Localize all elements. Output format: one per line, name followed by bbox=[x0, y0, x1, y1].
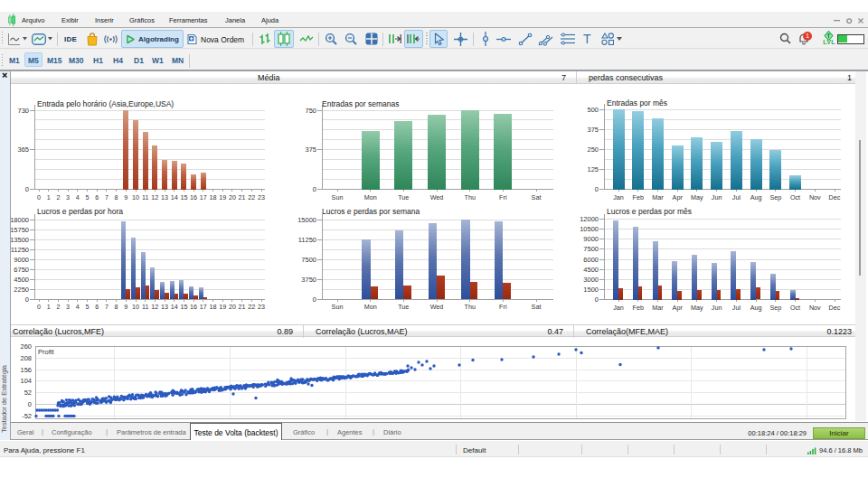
svg-text:Dec: Dec bbox=[829, 304, 841, 312]
svg-text:12000: 12000 bbox=[580, 215, 599, 223]
svg-text:0: 0 bbox=[595, 185, 599, 193]
svg-text:6000: 6000 bbox=[583, 256, 599, 264]
svg-text:Dec: Dec bbox=[829, 193, 841, 201]
svg-text:May: May bbox=[691, 304, 703, 312]
svg-text:0: 0 bbox=[28, 400, 32, 408]
svg-text:Jun: Jun bbox=[712, 304, 722, 312]
svg-text:Entradas por mês: Entradas por mês bbox=[607, 98, 667, 108]
svg-text:Oct: Oct bbox=[790, 304, 800, 312]
svg-text:4500: 4500 bbox=[583, 266, 599, 274]
svg-text:Jun: Jun bbox=[712, 193, 722, 201]
svg-text:125: 125 bbox=[587, 165, 599, 173]
svg-text:Jan: Jan bbox=[613, 193, 624, 201]
svg-text:1500: 1500 bbox=[583, 286, 599, 294]
svg-text:250: 250 bbox=[587, 145, 599, 154]
svg-text:Sep: Sep bbox=[769, 304, 781, 312]
svg-text:May: May bbox=[691, 193, 703, 201]
svg-text:Oct: Oct bbox=[790, 193, 800, 201]
svg-text:Jul: Jul bbox=[732, 304, 741, 312]
svg-text:Feb: Feb bbox=[633, 304, 644, 312]
svg-text:208: 208 bbox=[20, 354, 32, 362]
svg-text:156: 156 bbox=[20, 366, 32, 374]
svg-text:Jul: Jul bbox=[732, 193, 741, 201]
svg-text:7500: 7500 bbox=[583, 245, 599, 253]
svg-text:-52: -52 bbox=[22, 412, 32, 420]
svg-text:Nov: Nov bbox=[809, 304, 821, 312]
svg-text:Aug: Aug bbox=[750, 193, 762, 201]
svg-text:500: 500 bbox=[587, 106, 599, 114]
svg-text:Aug: Aug bbox=[750, 304, 762, 312]
svg-text:Feb: Feb bbox=[633, 193, 644, 201]
svg-text:104: 104 bbox=[20, 377, 32, 385]
svg-text:Nov: Nov bbox=[809, 193, 821, 201]
svg-text:3000: 3000 bbox=[583, 276, 599, 284]
svg-text:Apr: Apr bbox=[673, 193, 684, 201]
svg-text:Sep: Sep bbox=[769, 193, 781, 201]
svg-text:0: 0 bbox=[595, 295, 599, 304]
svg-text:52: 52 bbox=[24, 389, 32, 397]
svg-text:Apr: Apr bbox=[673, 304, 684, 312]
svg-text:Profit: Profit bbox=[38, 348, 54, 356]
svg-text:10500: 10500 bbox=[580, 225, 599, 233]
svg-text:Mar: Mar bbox=[652, 193, 664, 201]
svg-text:375: 375 bbox=[587, 126, 599, 134]
svg-text:Mar: Mar bbox=[652, 304, 664, 312]
svg-text:Lucros e perdas por mês: Lucros e perdas por mês bbox=[607, 207, 692, 216]
svg-text:260: 260 bbox=[20, 342, 32, 351]
svg-text:Jan: Jan bbox=[613, 304, 624, 312]
svg-text:9000: 9000 bbox=[583, 235, 599, 243]
